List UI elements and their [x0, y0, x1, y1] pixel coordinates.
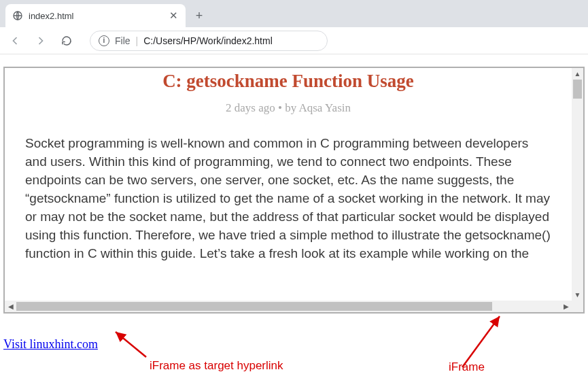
svg-line-2: [116, 332, 146, 357]
article-meta: 2 days ago • by Aqsa Yasin: [25, 101, 551, 115]
iframe-viewport: C: getsockname Function Usage 2 days ago…: [5, 68, 572, 301]
url-path: C:/Users/HP/Work/index2.html: [143, 35, 273, 46]
svg-line-1: [462, 316, 500, 367]
toolbar: i File | C:/Users/HP/Work/index2.html: [0, 27, 588, 54]
globe-icon: [12, 10, 23, 21]
vertical-scrollbar[interactable]: ▲ ▼: [572, 68, 583, 301]
iframe[interactable]: C: getsockname Function Usage 2 days ago…: [3, 67, 585, 314]
back-button[interactable]: [5, 31, 24, 50]
scroll-corner: [572, 301, 583, 312]
article-title: C: getsockname Function Usage: [25, 71, 551, 92]
h-scroll-thumb[interactable]: [16, 302, 492, 311]
scroll-up-icon[interactable]: ▲: [572, 68, 583, 80]
info-icon: i: [99, 35, 109, 46]
arrow-icon: [109, 326, 156, 360]
url-scheme: File: [115, 35, 131, 46]
annotation-iframe: iFrame: [449, 360, 485, 374]
scroll-down-icon[interactable]: ▼: [572, 289, 583, 301]
article-body: Socket programming is well-known and com…: [25, 134, 551, 263]
scroll-left-icon[interactable]: ◀: [5, 301, 16, 312]
new-tab-button[interactable]: +: [190, 6, 209, 25]
tab-title: index2.html: [29, 11, 162, 21]
forward-button[interactable]: [31, 31, 50, 50]
url-divider: |: [136, 35, 139, 46]
annotation-link: iFrame as target hyperlink: [150, 359, 283, 373]
browser-tab[interactable]: index2.html ✕: [5, 4, 186, 27]
page-content: C: getsockname Function Usage 2 days ago…: [0, 54, 588, 352]
address-bar[interactable]: i File | C:/Users/HP/Work/index2.html: [90, 31, 328, 51]
reload-button[interactable]: [57, 31, 76, 50]
close-icon[interactable]: ✕: [168, 10, 179, 21]
v-scroll-thumb[interactable]: [573, 80, 582, 99]
visit-link[interactable]: Visit linuxhint.com: [3, 337, 98, 352]
tab-bar: index2.html ✕ +: [0, 0, 588, 27]
v-scroll-track[interactable]: [572, 80, 583, 289]
scroll-right-icon[interactable]: ▶: [560, 301, 572, 312]
